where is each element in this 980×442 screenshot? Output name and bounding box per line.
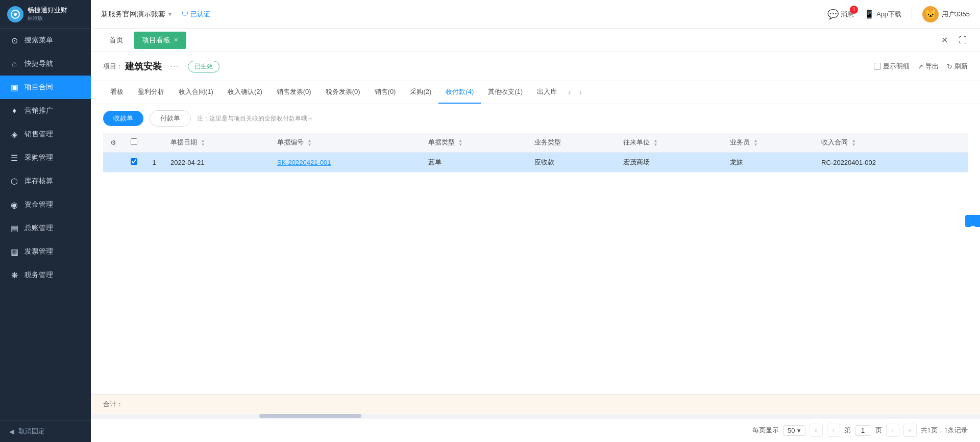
sec-tab-kanban[interactable]: 看板 [103, 81, 131, 104]
sidebar-icon-sales: ◈ [9, 129, 19, 139]
sidebar-nav: ⊙ 搜索菜单 ⌂ 快捷导航 ▣ 项目合同 ♦ 营销推广 ◈ 销售管理 ☰ 采购管… [0, 29, 91, 420]
topbar-dropdown-icon: ▾ [168, 11, 172, 18]
sort-number-icon[interactable]: ▲▼ [308, 139, 312, 147]
tab-close-btn[interactable]: ✕ [937, 33, 951, 47]
sidebar-item-ledger[interactable]: ▤ 总账管理 [0, 216, 91, 240]
tab-project-board-label: 项目看板 [142, 36, 170, 45]
message-icon: 💬 [827, 9, 839, 20]
scroll-indicator[interactable] [91, 414, 980, 418]
topbar-app-download[interactable]: 📱 App下载 [864, 9, 901, 19]
sec-tab-income-confirm[interactable]: 收入确认(2) [220, 81, 270, 104]
topbar-message[interactable]: 💬 消息 1 [827, 9, 854, 20]
sec-tab-receipt[interactable]: 收付款(4) [438, 81, 481, 104]
sort-date-icon[interactable]: ▲▼ [201, 139, 205, 147]
col-type: 单据类型 ▲▼ [422, 133, 529, 153]
sidebar-label-invoice: 发票管理 [24, 247, 53, 256]
sidebar-item-sales[interactable]: ◈ 销售管理 [0, 122, 91, 146]
refresh-icon: ↻ [947, 63, 952, 70]
page-prefix-label: 第 [844, 426, 851, 435]
pagination: 每页显示 50 ▾ « ‹ 第 页 › » 共1页，1条记录 [91, 418, 980, 442]
sidebar-logo: 畅捷通好业财 标准版 [0, 0, 91, 29]
sidebar-footer-pin[interactable]: ◀ 取消固定 [0, 420, 91, 442]
subtab-hint: 注：这里是与项目关联的全部收付款单哦～ [197, 114, 313, 123]
sort-type-icon[interactable]: ▲▼ [458, 139, 462, 147]
refresh-label: 刷新 [954, 62, 968, 71]
first-page-btn[interactable]: « [810, 424, 823, 437]
row-number-0[interactable]: SK-20220421-001 [271, 153, 422, 173]
user-label: 用户3355 [942, 10, 970, 19]
sidebar-item-purchase[interactable]: ☰ 采购管理 [0, 146, 91, 169]
sidebar-item-inventory[interactable]: ⬡ 库存核算 [0, 169, 91, 193]
sec-tab-inout[interactable]: 出入库 [530, 81, 564, 104]
row-index-0: 1 [144, 153, 164, 173]
sidebar-icon-capital: ◉ [9, 200, 19, 210]
content-area: 项目： 建筑安装 ··· 已生效 显示明细 ↗ 导出 ↻ 刷新 [91, 52, 980, 442]
sec-tab-income-contract[interactable]: 收入合同(1) [172, 81, 220, 104]
topbar-user[interactable]: 🐱 用户3355 [922, 6, 970, 22]
row-gear-0 [103, 153, 124, 173]
tab-home[interactable]: 首页 [101, 32, 132, 49]
table-area: ⚙ 单据日期 ▲▼ 单据编号 ▲▼ 单据类型 ▲▼ [91, 133, 980, 394]
project-actions: 显示明细 ↗ 导出 ↻ 刷新 [874, 62, 968, 71]
sort-contract-icon[interactable]: ▲▼ [852, 139, 856, 147]
sidebar-item-search[interactable]: ⊙ 搜索菜单 [0, 29, 91, 52]
subtab-payment-btn[interactable]: 付款单 [150, 110, 191, 127]
sec-tab-tax-invoice[interactable]: 税务发票(0) [318, 81, 368, 104]
show-detail-label: 显示明细 [883, 62, 910, 71]
sec-nav-prev-arrow[interactable]: ‹ [564, 88, 575, 97]
table-footer: 合计： [91, 394, 980, 414]
sidebar-label-contract: 项目合同 [24, 83, 53, 92]
sec-tab-sales[interactable]: 销售(0) [368, 81, 403, 104]
sidebar-item-contract[interactable]: ▣ 项目合同 [0, 76, 91, 99]
sort-partner-icon[interactable]: ▲▼ [654, 139, 658, 147]
tabsbar-controls: ✕ ⛶ [937, 33, 970, 47]
current-page-input[interactable] [855, 425, 871, 436]
tab-maximize-btn[interactable]: ⛶ [955, 33, 970, 47]
sec-tab-sales-invoice[interactable]: 销售发票(0) [270, 81, 318, 104]
select-all-checkbox[interactable] [131, 138, 137, 145]
export-icon: ↗ [918, 63, 923, 70]
row-checkbox-0[interactable] [131, 158, 137, 165]
sidebar-item-capital[interactable]: ◉ 资金管理 [0, 193, 91, 216]
sec-tab-purchase[interactable]: 采购(2) [403, 81, 438, 104]
col-salesman: 业务员 ▲▼ [724, 133, 815, 153]
project-header: 项目： 建筑安装 ··· 已生效 显示明细 ↗ 导出 ↻ 刷新 [91, 52, 980, 81]
tab-project-board-close[interactable]: ✕ [174, 37, 178, 43]
row-check-0[interactable] [124, 153, 144, 173]
col-gear[interactable]: ⚙ [103, 133, 124, 153]
sidebar-item-invoice[interactable]: ▦ 发票管理 [0, 240, 91, 263]
topbar-project[interactable]: 新服务官网演示账套 ▾ [101, 10, 172, 19]
sec-tab-profit[interactable]: 盈利分析 [131, 81, 172, 104]
sidebar-item-tax[interactable]: ❋ 税务管理 [0, 263, 91, 287]
sidebar-icon-marketing: ♦ [9, 106, 19, 116]
page-total: 共1页，1条记录 [921, 426, 968, 435]
main-area: 新服务官网演示账套 ▾ 🛡 已认证 💬 消息 1 📱 App下载 🐱 用户335… [91, 0, 980, 442]
topbar-divider [912, 9, 912, 19]
subtab-area: 收款单 付款单 注：这里是与项目关联的全部收付款单哦～ [91, 104, 980, 133]
per-page-select[interactable]: 50 ▾ [783, 425, 805, 436]
export-action[interactable]: ↗ 导出 [918, 62, 939, 71]
feedback-button[interactable]: 意见反馈 [965, 215, 980, 227]
show-detail-checkbox[interactable] [874, 63, 881, 70]
scroll-thumb[interactable] [259, 414, 361, 418]
project-name: 建筑安装 [125, 60, 162, 72]
sec-nav-next-arrow[interactable]: › [575, 88, 585, 97]
sidebar-item-quicknav[interactable]: ⌂ 快捷导航 [0, 52, 91, 76]
refresh-action[interactable]: ↻ 刷新 [947, 62, 968, 71]
prev-page-btn[interactable]: ‹ [827, 424, 840, 437]
export-label: 导出 [925, 62, 939, 71]
col-index [144, 133, 164, 153]
sort-salesman-icon[interactable]: ▲▼ [753, 139, 757, 147]
next-page-btn[interactable]: › [886, 424, 899, 437]
message-badge: 1 [850, 6, 858, 14]
sec-tab-other-income[interactable]: 其他收支(1) [481, 81, 530, 104]
table-row[interactable]: 1 2022-04-21 SK-20220421-001 蓝单 应收款 宏茂商场… [103, 153, 968, 173]
sidebar-label-purchase: 采购管理 [24, 153, 53, 162]
tab-project-board[interactable]: 项目看板 ✕ [134, 32, 186, 49]
subtab-receipt-btn[interactable]: 收款单 [103, 111, 143, 126]
last-page-btn[interactable]: » [903, 424, 917, 437]
project-more-btn[interactable]: ··· [170, 62, 180, 71]
sidebar-item-marketing[interactable]: ♦ 营销推广 [0, 99, 91, 122]
show-detail-action[interactable]: 显示明细 [874, 62, 910, 71]
sidebar: 畅捷通好业财 标准版 ⊙ 搜索菜单 ⌂ 快捷导航 ▣ 项目合同 ♦ 营销推广 ◈… [0, 0, 91, 442]
